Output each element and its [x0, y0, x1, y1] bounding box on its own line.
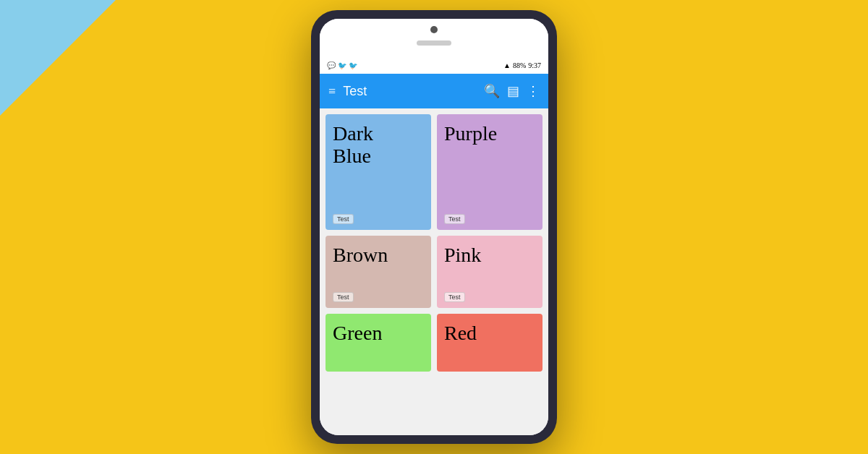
card-brown-title: Brown	[333, 244, 424, 267]
status-right: ▲ 88% 9:37	[503, 61, 541, 69]
phone-top-bezel	[320, 19, 548, 56]
content-area: DarkBlue Test Purple Test Brown Test Pin…	[320, 108, 548, 435]
cards-grid: DarkBlue Test Purple Test Brown Test Pin…	[326, 114, 542, 372]
card-green-title: Green	[333, 322, 424, 345]
card-pink[interactable]: Pink Test	[437, 236, 542, 308]
card-purple[interactable]: Purple Test	[437, 114, 542, 230]
phone-screen: 💬 🐦 🐦 ▲ 88% 9:37 ≡ Test 🔍 ▤ ⋮ DarkBlue	[320, 19, 548, 435]
twitter-icon-1: 🐦	[338, 61, 346, 69]
twitter-icon-2: 🐦	[349, 61, 357, 69]
card-pink-title: Pink	[444, 244, 535, 267]
card-purple-title: Purple	[444, 123, 535, 145]
card-dark-blue[interactable]: DarkBlue Test	[326, 114, 431, 230]
toolbar: ≡ Test 🔍 ▤ ⋮	[320, 74, 548, 108]
status-bar: 💬 🐦 🐦 ▲ 88% 9:37	[320, 56, 548, 74]
card-purple-badge: Test	[444, 214, 465, 224]
phone-camera	[430, 26, 438, 33]
card-dark-blue-badge: Test	[333, 214, 354, 224]
battery-text: 88%	[513, 61, 526, 69]
more-icon[interactable]: ⋮	[527, 83, 540, 99]
phone-shell: 💬 🐦 🐦 ▲ 88% 9:37 ≡ Test 🔍 ▤ ⋮ DarkBlue	[311, 10, 557, 444]
search-icon[interactable]: 🔍	[484, 83, 500, 99]
card-green[interactable]: Green	[326, 314, 431, 372]
toolbar-title: Test	[343, 84, 477, 99]
time-text: 9:37	[528, 61, 541, 69]
view-icon[interactable]: ▤	[507, 83, 519, 99]
card-red-title: Red	[444, 322, 535, 345]
status-left-icons: 💬 🐦 🐦	[327, 61, 357, 69]
card-dark-blue-title: DarkBlue	[333, 123, 424, 168]
chat-icon: 💬	[327, 61, 336, 69]
card-pink-badge: Test	[444, 292, 465, 302]
card-brown[interactable]: Brown Test	[326, 236, 431, 308]
card-red[interactable]: Red	[437, 314, 542, 372]
card-brown-badge: Test	[333, 292, 354, 302]
phone-earpiece	[417, 40, 451, 46]
wifi-icon: ▲	[503, 61, 511, 69]
menu-icon[interactable]: ≡	[328, 84, 336, 99]
